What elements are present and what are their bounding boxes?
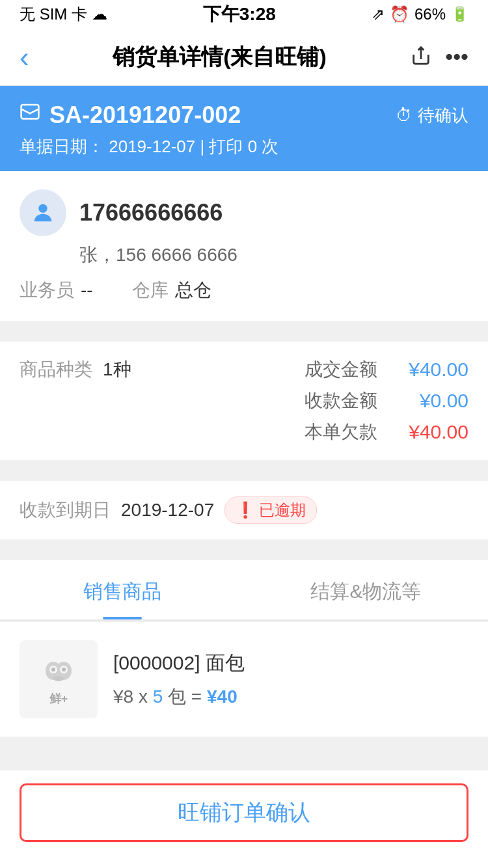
customer-row: 17666666666 xyxy=(20,189,468,236)
amount-item: 成交金额 ¥40.00 xyxy=(305,357,468,382)
product-thumb-label: 鲜+ xyxy=(49,691,68,707)
collected-value: ¥0.00 xyxy=(390,390,468,412)
amounts-info: 成交金额 ¥40.00 收款金额 ¥0.00 本单欠款 ¥40.00 xyxy=(244,357,468,444)
order-status-text: 待确认 xyxy=(418,104,468,127)
summary-section: 商品种类 1种 成交金额 ¥40.00 收款金额 ¥0.00 本单欠款 ¥40.… xyxy=(0,342,488,460)
svg-point-1 xyxy=(38,204,47,213)
tabs-container: 销售商品 结算&物流等 xyxy=(0,560,488,621)
product-price: ¥8 x 5 包 = ¥40 xyxy=(113,685,468,709)
tab-products[interactable]: 销售商品 xyxy=(0,560,244,619)
order-date-value: 2019-12-07 xyxy=(109,137,195,156)
product-info: [0000002] 面包 ¥8 x 5 包 = ¥40 xyxy=(113,650,468,709)
product-item: 鲜+ [0000002] 面包 ¥8 x 5 包 = ¥40 xyxy=(0,622,488,737)
svg-point-7 xyxy=(62,668,66,671)
customer-detail-row: 业务员 -- 仓库 总仓 xyxy=(20,278,468,303)
nav-left: ‹ xyxy=(20,41,29,74)
tab-settlement[interactable]: 结算&物流等 xyxy=(244,560,488,619)
order-banner: SA-20191207-002 ⏱ 待确认 单据日期： 2019-12-07 |… xyxy=(0,86,488,171)
divider-2 xyxy=(0,470,488,481)
more-button[interactable]: ••• xyxy=(445,44,468,70)
owed-value: ¥40.00 xyxy=(390,421,468,443)
collected-item: 收款金额 ¥0.00 xyxy=(305,388,468,413)
product-unit: 包 xyxy=(168,686,186,707)
owed-item: 本单欠款 ¥40.00 xyxy=(305,420,468,444)
overdue-text: 已逾期 xyxy=(259,500,306,521)
due-date-value: 2019-12-07 xyxy=(121,500,214,521)
bottom-bar: 旺铺订单确认 xyxy=(0,770,488,868)
svg-rect-0 xyxy=(21,105,39,118)
product-unit-price: ¥8 xyxy=(113,686,133,707)
location-icon: ⇗ xyxy=(372,5,385,23)
avatar xyxy=(20,189,66,236)
product-section: 鲜+ [0000002] 面包 ¥8 x 5 包 = ¥40 xyxy=(0,622,488,737)
alarm-icon: ⏰ xyxy=(390,5,409,23)
due-date-label: 收款到期日 xyxy=(20,498,111,522)
salesperson-value: -- xyxy=(81,280,93,301)
tab-products-label: 销售商品 xyxy=(83,580,161,602)
warehouse-label: 仓库 xyxy=(132,278,169,303)
order-print-info: | 打印 0 次 xyxy=(200,137,278,156)
divider-1 xyxy=(0,331,488,342)
order-date-label: 单据日期： xyxy=(20,137,104,156)
category-info: 商品种类 1种 xyxy=(20,357,244,382)
sim-status: 无 SIM 卡 ☁ xyxy=(20,4,107,25)
battery-icon: 🔋 xyxy=(451,6,468,23)
order-id: SA-20191207-002 xyxy=(20,102,241,129)
customer-section: 17666666666 张，156 6666 6666 业务员 -- 仓库 总仓 xyxy=(0,171,488,321)
product-total: ¥40 xyxy=(207,686,237,707)
salesperson-label: 业务员 xyxy=(20,278,74,303)
status-right: ⇗ ⏰ 66% 🔋 xyxy=(372,5,468,23)
overdue-badge: ❗ 已逾期 xyxy=(224,496,317,524)
order-meta: 单据日期： 2019-12-07 | 打印 0 次 xyxy=(20,135,468,158)
amount-label: 成交金额 xyxy=(305,357,377,382)
battery-status: 66% xyxy=(414,5,446,23)
status-time: 下午3:28 xyxy=(203,2,276,27)
divider-3 xyxy=(0,550,488,560)
nav-right: ••• xyxy=(410,44,468,70)
svg-point-6 xyxy=(51,668,55,671)
order-icon xyxy=(20,102,40,129)
customer-phone: 17666666666 xyxy=(79,199,223,226)
order-number-row: SA-20191207-002 ⏱ 待确认 xyxy=(20,102,468,129)
due-date-section: 收款到期日 2019-12-07 ❗ 已逾期 xyxy=(0,481,488,539)
page-title: 销货单详情(来自旺铺) xyxy=(113,42,327,72)
product-code: [0000002] xyxy=(113,652,200,673)
confirm-order-label: 旺铺订单确认 xyxy=(178,798,310,828)
back-button[interactable]: ‹ xyxy=(20,41,29,74)
confirm-order-button[interactable]: 旺铺订单确认 xyxy=(20,783,468,842)
product-qty: 5 xyxy=(153,686,163,707)
status-left: 无 SIM 卡 ☁ xyxy=(20,4,107,25)
category-value: 1种 xyxy=(103,357,131,382)
category-label: 商品种类 xyxy=(20,357,92,382)
svg-point-8 xyxy=(53,676,64,681)
product-equals: = xyxy=(191,686,207,707)
export-button[interactable] xyxy=(410,44,432,70)
product-multiply: x xyxy=(139,686,153,707)
product-name: [0000002] 面包 xyxy=(113,650,468,677)
status-bar: 无 SIM 卡 ☁ 下午3:28 ⇗ ⏰ 66% 🔋 xyxy=(0,0,488,29)
product-title: 面包 xyxy=(206,652,245,673)
product-thumb-content: 鲜+ xyxy=(39,653,78,707)
clock-icon: ⏱ xyxy=(396,105,413,126)
owed-label: 本单欠款 xyxy=(305,420,377,444)
exclamation-icon: ❗ xyxy=(236,501,255,519)
warehouse-value: 总仓 xyxy=(175,278,211,303)
order-status-badge: ⏱ 待确认 xyxy=(396,104,468,127)
collected-label: 收款金额 xyxy=(305,388,377,413)
nav-bar: ‹ 销货单详情(来自旺铺) ••• xyxy=(0,29,488,86)
order-number-text: SA-20191207-002 xyxy=(49,102,241,129)
product-thumbnail: 鲜+ xyxy=(20,640,98,718)
tab-settlement-label: 结算&物流等 xyxy=(310,580,421,602)
customer-name: 张，156 6666 6666 xyxy=(79,243,468,267)
amount-value: ¥40.00 xyxy=(390,359,468,381)
